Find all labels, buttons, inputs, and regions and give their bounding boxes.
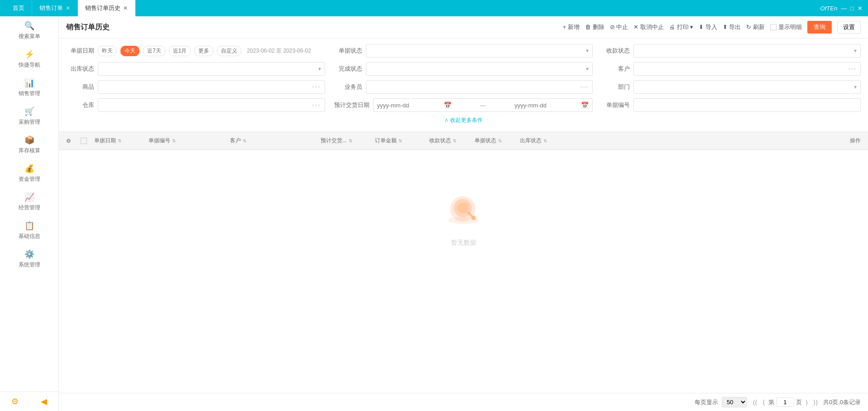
sidebar-item-capital-mgmt[interactable]: 💰 资金管理 [0,159,58,188]
th-order-status[interactable]: 单据状态 ⇅ [471,137,516,145]
refresh-button[interactable]: ↻ 刷新 [746,23,765,31]
date-btn-custom[interactable]: 自定义 [217,46,241,56]
dept-col: 部门 ▾ [602,80,861,94]
sidebar-item-system-mgmt-label: 系统管理 [19,261,40,269]
tab-sales-order-close[interactable]: ✕ [66,5,70,11]
empty-svg [441,186,486,232]
filter-area: 单据日期 昨天 今天 近7天 近1月 更多 自定义 2023-06-02 至 2… [59,39,868,132]
delivery-date-end[interactable] [514,102,555,109]
tab-home-label: 首页 [13,4,24,12]
empty-text: 暂无数据 [451,239,476,247]
sidebar-settings-icon[interactable]: ⚙ [11,396,19,406]
date-btn-today[interactable]: 今天 [120,46,139,56]
date-range: 2023-06-02 至 2023-06-02 [247,47,311,55]
goods-col: 商品 ··· [66,80,325,94]
order-status-col: 单据状态 ▾ [334,44,593,58]
th-amount[interactable]: 订单金额 ⇅ [371,137,426,145]
th-checkbox[interactable] [77,138,91,144]
delivery-date-start[interactable] [377,102,418,109]
warehouse-more[interactable]: ··· [312,101,321,109]
sidebar-item-operations-mgmt[interactable]: 📈 经营管理 [0,188,58,216]
delivery-date-range[interactable]: 📅 — 📅 [373,98,593,112]
customer-input[interactable]: ··· [633,62,861,76]
sidebar-item-purchase-mgmt[interactable]: 🛒 采购管理 [0,102,58,131]
page-input[interactable] [776,397,794,407]
order-no-input[interactable] [633,98,861,112]
window-minimize[interactable]: — [841,5,847,12]
goods-input[interactable]: ··· [98,80,325,94]
warehouse-input[interactable]: ··· [98,98,325,112]
out-stock-chevron: ▾ [318,66,321,72]
th-order-label: 单据编号 [149,137,170,145]
calendar-end-icon[interactable]: 📅 [581,102,589,109]
collapse-more-conditions[interactable]: ∧ 收起更多条件 [66,115,861,126]
date-btn-1month[interactable]: 近1月 [169,46,191,56]
collapse-label: ∧ 收起更多条件 [444,117,483,123]
sidebar-item-search-menu[interactable]: 🔍 搜索菜单 [0,16,58,45]
page-nav: ⟨⟨ ⟨ 第 页 ⟩ ⟩⟩ [751,397,820,407]
export-label: ⬆ 导出 [723,23,741,31]
page-size-select[interactable]: 50 100 200 [722,397,747,407]
print-button[interactable]: 🖨 打印 ▾ [669,23,693,31]
display-detail-checkbox-group: 显示明细 [770,23,802,31]
page-prev[interactable]: ⟨ [761,398,767,407]
sidebar-item-basic-info[interactable]: 📋 基础信息 [0,216,58,245]
sidebar-collapse-icon[interactable]: ◀ [41,396,47,406]
th-date[interactable]: 单据日期 ⇅ [91,137,145,145]
dept-select[interactable]: ▾ [633,80,861,94]
display-detail-label: 显示明细 [778,23,802,31]
salesperson-more[interactable]: ··· [580,83,589,91]
date-btn-yesterday[interactable]: 昨天 [98,46,117,56]
order-status-select[interactable]: ▾ [366,44,593,58]
select-all-checkbox[interactable] [81,138,87,144]
goods-more[interactable]: ··· [312,83,321,91]
sidebar-item-quick-nav[interactable]: ⚡ 快捷导航 [0,45,58,73]
filter-row-2: 出库状态 ▾ 完成状态 ▾ 客户 [66,62,861,76]
display-detail-checkbox[interactable] [770,24,777,30]
window-close[interactable]: ✕ [858,5,863,12]
out-stock-select[interactable]: ▾ [98,62,325,76]
cancel-stop-button[interactable]: ✕ 取消中止 [633,23,664,31]
th-order-no[interactable]: 单据编号 ⇅ [145,137,226,145]
sidebar-item-inventory[interactable]: 📦 库存核算 [0,131,58,159]
date-btn-7days[interactable]: 近7天 [143,46,165,56]
tab-sales-order-history-close[interactable]: ✕ [123,5,128,11]
inventory-icon: 📦 [24,135,34,145]
import-button[interactable]: ⬇ 导入 [699,23,717,31]
calendar-start-icon[interactable]: 📅 [444,102,451,109]
complete-status-select[interactable]: ▾ [366,62,593,76]
sidebar-item-sales-mgmt[interactable]: 📊 销售管理 [0,73,58,102]
page-last[interactable]: ⟩⟩ [811,398,820,407]
salesperson-input[interactable]: ··· [366,80,593,94]
th-settings[interactable]: ⚙ [62,138,77,144]
th-customer[interactable]: 客户 ⇅ [226,137,317,145]
page-next[interactable]: ⟩ [804,398,810,407]
payment-status-select[interactable]: ▾ [633,44,861,58]
sidebar-item-system-mgmt[interactable]: ⚙️ 系统管理 [0,245,58,273]
th-status-label: 单据状态 [475,137,496,145]
page-header: 销售订单历史 + 新增 🗑 删除 ⊘ 中止 ✕ 取消中止 🖨 打印 ▾ [59,16,868,39]
customer-more[interactable]: ··· [848,65,857,73]
th-out-status[interactable]: 出库状态 ⇅ [516,137,561,145]
page-first[interactable]: ⟨⟨ [751,398,759,407]
tab-home[interactable]: 首页 [5,0,32,16]
order-no-label: 单据编号 [602,101,633,109]
table-area: ⚙ 单据日期 ⇅ 单据编号 ⇅ 客户 ⇅ 预计交货... [59,132,868,393]
th-payment-status[interactable]: 收款状态 ⇅ [426,137,471,145]
delete-button[interactable]: 🗑 删除 [585,23,604,31]
tab-sales-order-history[interactable]: 销售订单历史 ✕ [78,0,135,16]
th-delivery[interactable]: 预计交货... ⇅ [317,137,371,145]
th-customer-label: 客户 [230,137,241,145]
stop-button[interactable]: ⊘ 中止 [610,23,628,31]
date-btn-more[interactable]: 更多 [194,46,213,56]
tab-sales-order[interactable]: 销售订单 ✕ [32,0,78,16]
query-button[interactable]: 查询 [807,21,832,34]
toolbar: + 新增 🗑 删除 ⊘ 中止 ✕ 取消中止 🖨 打印 ▾ ⬇ 导入 [563,21,861,34]
operations-mgmt-icon: 📈 [24,192,34,202]
complete-label: 完成状态 [334,65,366,73]
new-button[interactable]: + 新增 [563,23,580,31]
settings-button[interactable]: 设置 [837,21,861,34]
export-button[interactable]: ⬆ 导出 [723,23,741,31]
tab-sales-order-history-label: 销售订单历史 [85,4,120,12]
window-maximize[interactable]: □ [850,5,854,12]
